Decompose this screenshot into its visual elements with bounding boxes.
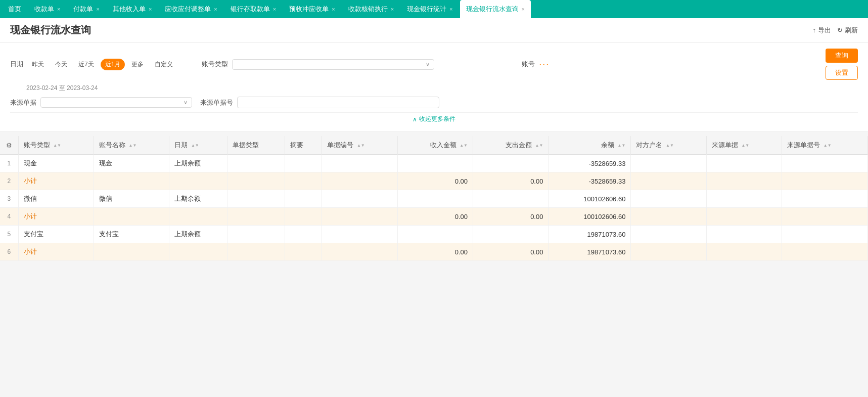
query-button[interactable]: 查询 (826, 49, 858, 63)
close-icon-shoukuan[interactable]: × (57, 6, 60, 12)
sort-source-doc-icon[interactable]: ▲▼ (741, 144, 749, 148)
tab-label-cunkuandan: 银行存取款单 (231, 5, 270, 14)
nav-tab-yushou[interactable]: 预收冲应收单 × (283, 0, 341, 18)
nav-tab-liushui[interactable]: 现金银行流水查询 × (460, 0, 531, 18)
cell-date (169, 208, 227, 226)
nav-tab-shoukuan[interactable]: 收款单 × (28, 0, 66, 18)
cell-doc-type (227, 208, 285, 226)
sort-counterpart-icon[interactable]: ▲▼ (666, 144, 674, 148)
close-icon-tiaozhendan[interactable]: × (214, 6, 217, 12)
cell-summary (285, 155, 322, 172)
nav-tab-fukuan[interactable]: 付款单 × (67, 0, 105, 18)
cell-income (397, 155, 473, 172)
cell-balance: 100102606.60 (549, 208, 631, 226)
cell-source-doc (706, 155, 782, 172)
col-date-label: 日期 (174, 141, 188, 149)
sort-balance-icon[interactable]: ▲▼ (618, 144, 626, 148)
nav-tab-cunkuandan[interactable]: 银行存取款单 × (224, 0, 282, 18)
export-label: 导出 (818, 26, 831, 35)
export-button[interactable]: ↑ 导出 (813, 26, 832, 35)
cell-source-doc (706, 190, 782, 208)
nav-tab-shoukuanxiao[interactable]: 收款核销执行 × (342, 0, 400, 18)
close-icon-shoukuanxiao[interactable]: × (391, 6, 394, 12)
date-btn-more[interactable]: 更多 (127, 59, 148, 70)
cell-summary (285, 208, 322, 226)
cell-doc-no (322, 155, 397, 172)
close-icon-tongji[interactable]: × (449, 6, 452, 12)
nav-tab-qitashuru[interactable]: 其他收入单 × (107, 0, 158, 18)
cell-summary (285, 172, 322, 190)
sort-source-doc-no-icon[interactable]: ▲▼ (824, 144, 832, 148)
cell-account-type: 小计 (18, 208, 94, 226)
cell-source-doc-no (782, 172, 868, 190)
sort-date-icon[interactable]: ▲▼ (191, 144, 199, 148)
date-btn-7days[interactable]: 近7天 (74, 59, 99, 70)
col-income: 收入金额 ▲▼ (397, 136, 473, 155)
close-icon-fukuan[interactable]: × (96, 6, 99, 12)
settings-button[interactable]: 设置 (826, 66, 858, 80)
cell-date (169, 243, 227, 261)
close-icon-qitashuru[interactable]: × (149, 6, 152, 12)
col-account-type: 账号类型 ▲▼ (18, 136, 94, 155)
cell-source-doc-no (782, 226, 868, 243)
sort-income-icon[interactable]: ▲▼ (460, 144, 468, 148)
cell-summary (285, 243, 322, 261)
col-balance-label: 余额 (601, 141, 614, 149)
cell-balance: -3528659.33 (549, 155, 631, 172)
date-btn-1month[interactable]: 近1月 (101, 59, 125, 70)
nav-tab-tongji[interactable]: 现金银行统计 × (401, 0, 459, 18)
col-counterpart: 对方户名 ▲▼ (631, 136, 706, 155)
tab-label-shoukuan: 收款单 (34, 5, 54, 14)
cell-date: 上期余额 (169, 226, 227, 243)
account-type-select[interactable]: ∨ (232, 59, 434, 70)
cell-doc-no (322, 208, 397, 226)
gear-icon[interactable]: ⚙ (6, 142, 12, 149)
cell-summary (285, 226, 322, 243)
row-settings-col: 5 (0, 226, 18, 243)
sort-expense-icon[interactable]: ▲▼ (535, 144, 543, 148)
cell-income (397, 190, 473, 208)
sort-account-type-icon[interactable]: ▲▼ (53, 144, 61, 148)
cell-expense (473, 226, 549, 243)
close-icon-cunkuandan[interactable]: × (273, 6, 276, 12)
cell-account-name (94, 243, 169, 261)
source-doc-no-input[interactable] (237, 97, 439, 108)
sort-account-name-icon[interactable]: ▲▼ (129, 144, 137, 148)
source-doc-select[interactable]: ∨ (40, 97, 192, 108)
cell-source-doc (706, 172, 782, 190)
date-btn-today[interactable]: 今天 (51, 59, 72, 70)
col-settings: ⚙ (0, 136, 18, 155)
col-expense-label: 支出金额 (506, 141, 532, 149)
sort-doc-no-icon[interactable]: ▲▼ (357, 144, 365, 148)
collapse-bar[interactable]: ∧ 收起更多条件 (10, 112, 858, 125)
cell-doc-no (322, 226, 397, 243)
refresh-label: 刷新 (845, 26, 858, 35)
nav-tab-tiaozhendan[interactable]: 应收应付调整单 × (159, 0, 223, 18)
account-more-dots[interactable]: ··· (539, 59, 550, 70)
tab-label-liushui: 现金银行流水查询 (466, 5, 519, 14)
col-summary-label: 摘要 (290, 141, 303, 149)
cell-date: 上期余额 (169, 155, 227, 172)
cell-account-name (94, 172, 169, 190)
close-icon-liushui[interactable]: × (522, 6, 525, 12)
source-doc-no-label: 来源单据号 (200, 98, 233, 107)
cell-income: 0.00 (397, 243, 473, 261)
cell-doc-type (227, 155, 285, 172)
refresh-button[interactable]: ↻ 刷新 (837, 26, 858, 35)
date-btn-custom[interactable]: 自定义 (150, 59, 177, 70)
col-source-doc-label: 来源单据 (712, 141, 738, 149)
cell-expense: 0.00 (473, 243, 549, 261)
cell-income: 0.00 (397, 208, 473, 226)
col-summary: 摘要 (285, 136, 322, 155)
export-icon: ↑ (813, 26, 816, 34)
date-btn-yesterday[interactable]: 昨天 (27, 59, 49, 70)
table-row: 6小计0.000.0019871073.60 (0, 243, 868, 261)
table-container: ⚙ 账号类型 ▲▼ 账号名称 ▲▼ 日期 ▲▼ 单据类型 摘 (0, 136, 868, 261)
cell-doc-no (322, 243, 397, 261)
close-icon-yushou[interactable]: × (332, 6, 335, 12)
account-type-chevron-icon: ∨ (426, 61, 430, 68)
col-account-type-label: 账号类型 (24, 141, 50, 149)
cell-counterpart (631, 155, 706, 172)
nav-home[interactable]: 首页 (2, 5, 27, 14)
date-label: 日期 (10, 60, 23, 69)
